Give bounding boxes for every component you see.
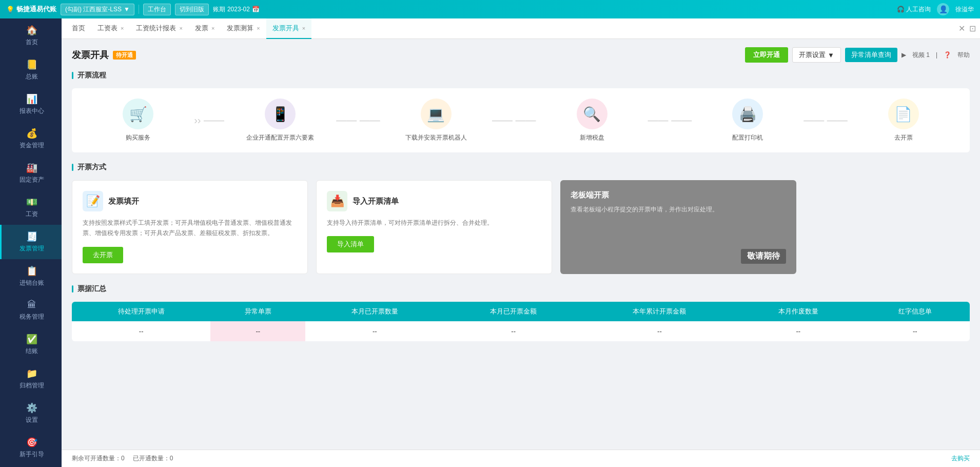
tab-salary-stats[interactable]: 工资统计报表 × bbox=[130, 18, 188, 39]
method-cards: 📝 发票填开 支持按照发票样式手工填开发票；可开具增值税电子普通发票、增值税普通… bbox=[72, 180, 970, 274]
import-list-title: 导入开票清单 bbox=[352, 197, 399, 206]
import-list-button[interactable]: 导入清单 bbox=[327, 236, 374, 252]
buy-service-icon-wrap: 🛒 bbox=[123, 99, 153, 129]
sidebar-item-reports[interactable]: 📊 报表中心 bbox=[0, 87, 62, 122]
calendar-icon[interactable]: 📅 bbox=[252, 6, 260, 13]
tab-invoice-issue[interactable]: 发票开具 × bbox=[266, 18, 311, 39]
company-open-label: 企业开通配置开票六要素 bbox=[246, 133, 314, 142]
manual-fill-title: 发票填开 bbox=[108, 197, 139, 206]
open-now-button[interactable]: 立即开通 bbox=[745, 47, 788, 63]
sidebar-item-member[interactable]: 👑 畅会员 bbox=[0, 465, 62, 467]
tab-invoice-issue-close[interactable]: × bbox=[302, 25, 305, 31]
content-area: 首页 工资表 × 工资统计报表 × 发票 × 发票测算 × 发票开具 × bbox=[62, 18, 980, 467]
tab-invoice-close[interactable]: × bbox=[211, 25, 214, 31]
tab-salary-table[interactable]: 工资表 × bbox=[91, 18, 130, 39]
sidebar-item-label: 工资 bbox=[26, 210, 38, 219]
checkout-icon: ✅ bbox=[26, 334, 37, 345]
printer-icon-wrap: 🖨️ bbox=[732, 99, 763, 129]
old-terminal-badge: 敬请期待 bbox=[741, 249, 786, 264]
reports-icon: 📊 bbox=[26, 93, 37, 105]
sidebar-item-checkout[interactable]: ✅ 结账 bbox=[0, 327, 62, 362]
sidebar-item-archive[interactable]: 📁 归档管理 bbox=[0, 362, 62, 396]
open-settings-button[interactable]: 开票设置 ▼ bbox=[792, 47, 841, 63]
tab-salary-table-close[interactable]: × bbox=[121, 25, 124, 31]
step-issue[interactable]: 📄 去开票 bbox=[848, 99, 959, 142]
opened-count: 已开通数量：0 bbox=[133, 454, 173, 463]
manual-fill-desc: 支持按照发票样式手工填开发票；可开具增值税电子普通发票、增值税普通发票、增值税专… bbox=[83, 218, 297, 239]
bottom-bar: 剩余可开通数量：0 已开通数量：0 去购买 bbox=[62, 450, 980, 467]
chevron-down-icon: ▼ bbox=[828, 51, 834, 59]
process-section-title: 开票流程 bbox=[72, 71, 970, 80]
sidebar-item-label: 报表中心 bbox=[19, 107, 44, 115]
sidebar-item-purchasesales[interactable]: 📋 进销台账 bbox=[0, 259, 62, 294]
step-company-open[interactable]: 📱 企业开通配置开票六要素 bbox=[224, 99, 336, 142]
tab-invoice-label: 发票 bbox=[195, 24, 208, 33]
tab-salary-stats-close[interactable]: × bbox=[179, 25, 182, 31]
step-download[interactable]: 💻 下载并安装开票机器人 bbox=[380, 99, 492, 142]
tab-invoice-calc[interactable]: 发票测算 × bbox=[221, 18, 266, 39]
import-list-header: 📥 导入开票清单 bbox=[327, 191, 541, 211]
sidebar-item-label: 资金管理 bbox=[19, 141, 44, 150]
page-extras: ▶ 视频 1 | ❓ 帮助 bbox=[901, 51, 970, 60]
close-tab-icon[interactable]: ✕ bbox=[958, 24, 965, 33]
process-section: 开票流程 🛒 购买服务 ›› —— 📱 企业开通配置开票六要素 bbox=[72, 71, 970, 152]
salary-icon: 💵 bbox=[26, 197, 37, 208]
go-issue-button[interactable]: 去开票 bbox=[83, 247, 123, 263]
step-buy-service[interactable]: 🛒 购买服务 bbox=[82, 99, 194, 142]
tab-home[interactable]: 首页 bbox=[66, 18, 91, 39]
sidebar-item-settings[interactable]: ⚙️ 设置 bbox=[0, 396, 62, 431]
buy-service-icon: 🛒 bbox=[129, 106, 147, 123]
sidebar-item-newguide[interactable]: 🎯 新手引导 bbox=[0, 431, 62, 465]
arrow-2: —— —— bbox=[336, 114, 380, 126]
taxdisk-icon-wrap: 🔍 bbox=[577, 99, 607, 129]
method-section-title: 开票方式 bbox=[72, 163, 970, 172]
sidebar-item-assets[interactable]: 🏭 固定资产 bbox=[0, 156, 62, 190]
printer-label: 配置打印机 bbox=[732, 133, 763, 142]
arrow-4: —— —— bbox=[648, 114, 692, 126]
old-terminal-title: 老板端开票 bbox=[571, 190, 786, 200]
home-icon: 🏠 bbox=[26, 25, 37, 36]
sidebar-item-invoice[interactable]: 🧾 发票管理 bbox=[0, 225, 62, 259]
sidebar-item-label: 总账 bbox=[26, 72, 38, 81]
col-month-amount: 本月已开票金额 bbox=[444, 302, 582, 321]
username[interactable]: 徐溢华 bbox=[955, 5, 974, 14]
video-count[interactable]: 视频 1 bbox=[912, 51, 930, 60]
restore-tab-icon[interactable]: ⊡ bbox=[969, 24, 976, 33]
issue-icon: 📄 bbox=[894, 106, 912, 123]
help-count[interactable]: 帮助 bbox=[957, 51, 970, 60]
sidebar-item-funds[interactable]: 💰 资金管理 bbox=[0, 122, 62, 156]
summary-section-title: 票据汇总 bbox=[72, 284, 970, 294]
archive-icon: 📁 bbox=[26, 368, 37, 379]
sidebar-item-tax[interactable]: 🏛 税务管理 bbox=[0, 294, 62, 327]
service-button[interactable]: 🎧 人工咨询 bbox=[897, 5, 931, 14]
sidebar-item-label: 设置 bbox=[26, 416, 38, 424]
workbench-button[interactable]: 工作台 bbox=[143, 4, 171, 15]
step-taxdisk[interactable]: 🔍 新增税盘 bbox=[536, 99, 648, 142]
buy-link[interactable]: 去购买 bbox=[951, 454, 970, 463]
main-layout: 🏠 首页 📒 总账 📊 报表中心 💰 资金管理 🏭 固定资产 💵 工资 🧾 发票… bbox=[0, 18, 980, 467]
switch-old-button[interactable]: 切到旧版 bbox=[175, 4, 209, 15]
abnormal-list-button[interactable]: 异常清单查询 bbox=[845, 48, 897, 62]
col-red-info: 红字信息单 bbox=[860, 302, 970, 321]
sidebar-item-ledger[interactable]: 📒 总账 bbox=[0, 53, 62, 87]
old-terminal-card: 老板端开票 查看老板端小程序提交的开票申请，并作出对应处理。 敬请期待 bbox=[560, 180, 796, 274]
invoice-icon: 🧾 bbox=[26, 231, 37, 242]
sidebar-item-home[interactable]: 🏠 首页 bbox=[0, 18, 62, 53]
tab-invoice[interactable]: 发票 × bbox=[189, 18, 221, 39]
sidebar-item-label: 新手引导 bbox=[19, 450, 44, 459]
table-row: -- -- -- -- -- -- -- bbox=[72, 321, 970, 341]
logo-text: 畅捷通易代账 bbox=[16, 5, 56, 14]
tab-invoice-calc-label: 发票测算 bbox=[227, 24, 253, 33]
process-steps: 🛒 购买服务 ›› —— 📱 企业开通配置开票六要素 —— —— bbox=[72, 88, 970, 152]
issue-label: 去开票 bbox=[894, 133, 913, 142]
download-icon-wrap: 💻 bbox=[421, 99, 452, 129]
cell-void-count: -- bbox=[736, 321, 860, 341]
page-title: 发票开具 bbox=[72, 49, 109, 61]
arrow-1: ›› —— bbox=[194, 114, 224, 126]
step-printer[interactable]: 🖨️ 配置打印机 bbox=[692, 99, 803, 142]
import-list-desc: 支持导入待开票清单，可对待开票清单进行拆分、合并处理。 bbox=[327, 218, 541, 228]
sidebar-item-salary[interactable]: 💵 工资 bbox=[0, 190, 62, 225]
tab-invoice-calc-close[interactable]: × bbox=[257, 25, 260, 31]
company-selector[interactable]: (勾副) 江西服室-LSS ▼ bbox=[61, 4, 134, 15]
chevron-down-icon: ▼ bbox=[124, 6, 130, 13]
